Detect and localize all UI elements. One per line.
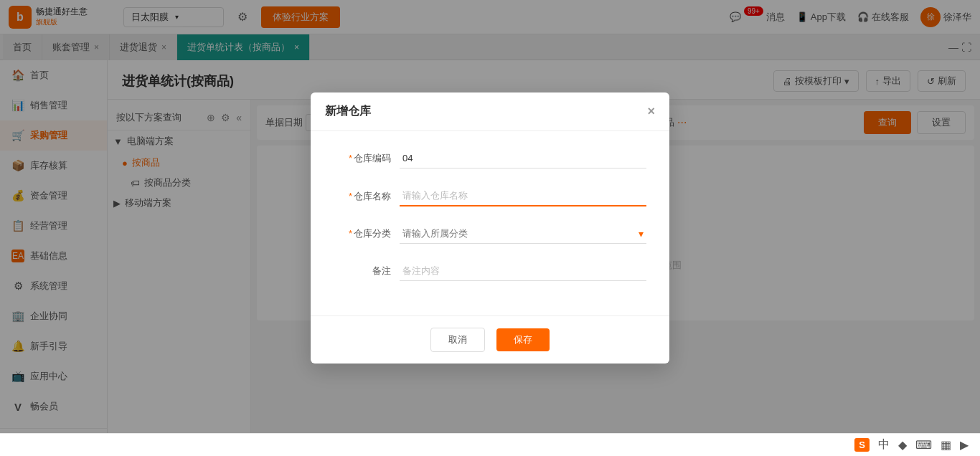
modal-overlay[interactable]: 新增仓库 × *仓库编码 *仓库名称 *仓库分类 bbox=[0, 0, 980, 456]
cancel-button[interactable]: 取消 bbox=[430, 328, 485, 352]
status-bar: S 中 ◆ ⌨ ▦ ▶ bbox=[0, 433, 980, 456]
modal-header: 新增仓库 × bbox=[311, 92, 669, 131]
keyboard-icon[interactable]: ⌨ bbox=[915, 438, 932, 452]
note-label: 备注 bbox=[334, 265, 391, 277]
code-label: *仓库编码 bbox=[334, 152, 391, 165]
note-input[interactable] bbox=[400, 261, 646, 281]
category-input[interactable] bbox=[400, 224, 646, 244]
play-icon[interactable]: ▶ bbox=[960, 438, 969, 452]
required-star-code: * bbox=[349, 153, 352, 163]
form-row-name: *仓库名称 bbox=[334, 186, 646, 206]
name-input[interactable] bbox=[400, 186, 646, 206]
grid-icon[interactable]: ▦ bbox=[941, 438, 951, 452]
modal-footer: 取消 保存 bbox=[311, 315, 669, 364]
diamond-icon[interactable]: ◆ bbox=[898, 438, 907, 452]
modal-title: 新增仓库 bbox=[325, 104, 371, 119]
category-select-wrap: ▾ bbox=[400, 224, 646, 244]
save-button[interactable]: 保存 bbox=[496, 328, 550, 351]
required-star-category: * bbox=[349, 228, 352, 239]
form-row-note: 备注 bbox=[334, 261, 646, 281]
chinese-icon[interactable]: 中 bbox=[878, 437, 890, 452]
modal-body: *仓库编码 *仓库名称 *仓库分类 ▾ bbox=[311, 131, 669, 315]
s-brand-icon: S bbox=[854, 438, 870, 452]
form-row-code: *仓库编码 bbox=[334, 148, 646, 168]
name-label: *仓库名称 bbox=[334, 190, 391, 203]
modal-add-warehouse: 新增仓库 × *仓库编码 *仓库名称 *仓库分类 bbox=[311, 92, 669, 364]
form-row-category: *仓库分类 ▾ bbox=[334, 224, 646, 244]
category-label: *仓库分类 bbox=[334, 227, 391, 240]
modal-close-button[interactable]: × bbox=[647, 104, 655, 119]
code-input[interactable] bbox=[400, 148, 646, 168]
required-star-name: * bbox=[349, 191, 352, 201]
